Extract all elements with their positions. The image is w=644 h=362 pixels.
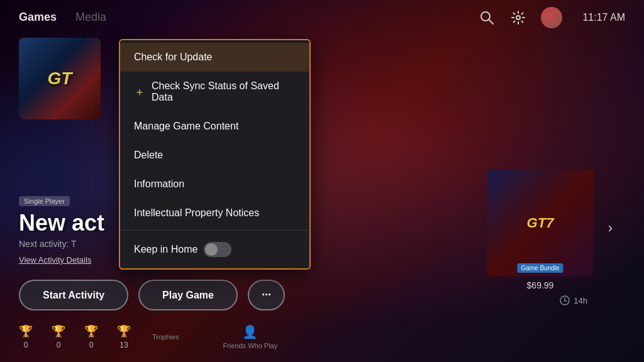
bundle-thumbnail: GT7 Game Bundle: [487, 170, 594, 277]
game-bundle: GT7 Game Bundle $69.99: [487, 170, 594, 290]
menu-item-ip-notices[interactable]: Intellectual Property Notices: [120, 199, 309, 228]
game-thumbnail: GT: [19, 38, 101, 119]
trophy-bronze-count: 0: [24, 341, 28, 349]
game-info: Single Player New act Next activity: T V…: [19, 195, 104, 277]
trophy-gold-icon: 🏆: [84, 324, 98, 338]
nav-icons: 11:17 AM: [478, 7, 625, 28]
menu-item-delete-label: Delete: [134, 150, 163, 161]
bundle-chevron-icon[interactable]: ›: [608, 220, 613, 236]
trophy-platinum-count: 13: [119, 341, 128, 349]
bundle-badge: Game Bundle: [517, 263, 563, 273]
game-title: New act: [19, 210, 104, 236]
time-played: 14h: [560, 295, 587, 305]
menu-item-manage-content[interactable]: Manage Game Content: [120, 112, 309, 141]
menu-item-ip-notices-label: Intellectual Property Notices: [134, 207, 259, 219]
bundle-price: $69.99: [487, 280, 594, 290]
nav-tabs: Games Media: [19, 11, 478, 24]
friends-icon: 👤: [242, 324, 258, 339]
friends-label: Friends Who Play: [223, 342, 277, 349]
trophy-item-platinum: 🏆 13: [117, 324, 131, 349]
gt-logo: GT: [48, 69, 72, 89]
menu-item-check-update[interactable]: Check for Update: [120, 43, 309, 72]
search-icon[interactable]: [478, 9, 496, 26]
view-activity-details[interactable]: View Activity Details: [19, 255, 104, 265]
menu-item-sync-status[interactable]: ＋ Check Sync Status of Saved Data: [120, 72, 309, 112]
avatar[interactable]: [541, 7, 562, 28]
menu-item-information[interactable]: Information: [120, 170, 309, 199]
trophy-silver-count: 0: [57, 341, 61, 349]
trophy-item-bronze: 🏆 0: [19, 324, 33, 349]
more-options-button[interactable]: ···: [248, 280, 285, 310]
menu-item-manage-content-label: Manage Game Content: [134, 121, 238, 132]
menu-item-information-label: Information: [134, 178, 184, 190]
bundle-gt-logo: GT7: [527, 215, 554, 231]
friends-who-play: 👤 Friends Who Play: [223, 324, 277, 349]
trophy-silver-icon: 🏆: [52, 324, 65, 338]
menu-item-delete[interactable]: Delete: [120, 141, 309, 170]
start-activity-button[interactable]: Start Activity: [19, 280, 128, 310]
next-activity: Next activity: T: [19, 239, 104, 249]
trophy-item-silver: 🏆 0: [52, 324, 65, 349]
psplus-icon: ＋: [134, 84, 145, 99]
play-game-button[interactable]: Play Game: [138, 280, 238, 310]
single-player-badge: Single Player: [19, 196, 70, 206]
trophy-bronze-icon: 🏆: [19, 324, 33, 338]
svg-line-1: [489, 19, 494, 24]
menu-item-sync-status-label: Check Sync Status of Saved Data: [152, 80, 296, 103]
action-buttons: Start Activity Play Game ···: [19, 280, 285, 310]
menu-item-keep-home-label: Keep in Home: [134, 244, 197, 255]
nav-tab-games[interactable]: Games: [19, 11, 57, 24]
clock: 11:17 AM: [582, 12, 625, 23]
svg-point-3: [549, 13, 554, 18]
top-nav: Games Media 11:17 AM: [0, 0, 644, 35]
menu-item-keep-home[interactable]: Keep in Home: [120, 233, 309, 266]
settings-icon[interactable]: [509, 9, 527, 26]
keep-home-toggle-container: Keep in Home: [134, 242, 231, 257]
keep-home-toggle[interactable]: [204, 242, 231, 257]
trophies-row: 🏆 0 🏆 0 🏆 0 🏆 13 Trophies 👤 Friends Who …: [19, 324, 277, 349]
trophy-gold-count: 0: [89, 341, 94, 349]
nav-tab-media[interactable]: Media: [75, 11, 106, 24]
trophy-item-gold: 🏆 0: [84, 324, 98, 349]
time-played-value: 14h: [574, 296, 587, 305]
trophy-platinum-icon: 🏆: [117, 324, 131, 338]
dropdown-menu: Check for Update ＋ Check Sync Status of …: [119, 39, 311, 270]
toggle-knob: [205, 243, 218, 256]
menu-divider: [120, 230, 309, 231]
menu-item-check-update-label: Check for Update: [134, 52, 213, 63]
svg-point-2: [516, 16, 520, 19]
trophies-label: Trophies: [152, 333, 179, 341]
